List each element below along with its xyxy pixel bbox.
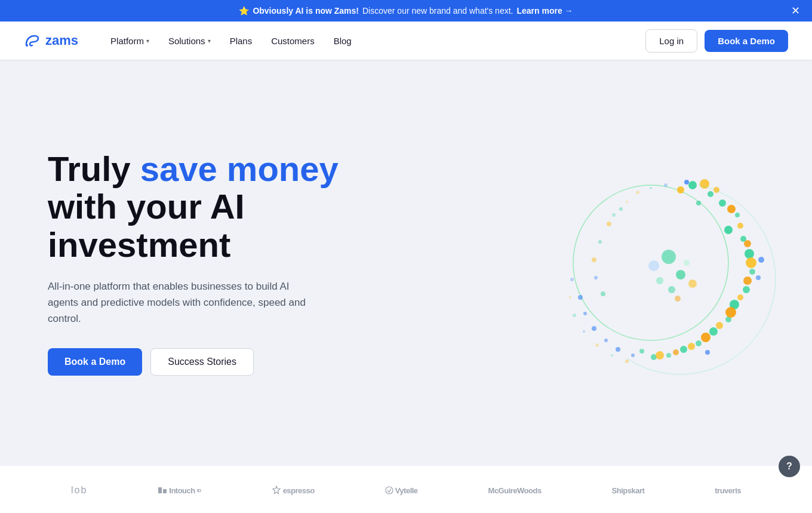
svg-point-59 — [636, 191, 639, 194]
nav-links: Platform ▾ Solutions ▾ Plans Customers B… — [102, 31, 645, 51]
svg-point-33 — [673, 349, 679, 355]
svg-point-2 — [688, 181, 697, 189]
logo-mcguirewoods: McGuireWoods — [488, 486, 542, 495]
svg-point-14 — [709, 327, 718, 336]
svg-point-10 — [749, 269, 755, 275]
nav-plans[interactable]: Plans — [222, 31, 261, 51]
logo[interactable]: zams — [24, 32, 78, 49]
svg-point-53 — [619, 207, 623, 211]
svg-rect-72 — [163, 489, 167, 493]
svg-point-40 — [616, 347, 620, 352]
svg-point-20 — [677, 186, 684, 193]
banner-star: ⭐ — [239, 6, 249, 16]
svg-point-68 — [573, 314, 576, 317]
svg-point-41 — [604, 339, 608, 342]
svg-point-47 — [656, 277, 663, 284]
banner-desc: Discover our new brand and what's next. — [362, 6, 513, 16]
svg-point-56 — [592, 257, 596, 262]
svg-point-19 — [639, 349, 644, 354]
svg-point-43 — [583, 312, 587, 315]
svg-point-26 — [746, 257, 756, 268]
svg-point-4 — [696, 201, 701, 205]
svg-point-34 — [656, 351, 664, 360]
svg-point-39 — [631, 354, 635, 357]
svg-point-5 — [719, 199, 726, 207]
logo-vytelle: Vytelle — [385, 486, 418, 495]
svg-point-44 — [578, 295, 583, 300]
main-nav: zams Platform ▾ Solutions ▾ Plans Custom… — [0, 21, 812, 60]
hero-visualization — [525, 137, 776, 388]
svg-point-69 — [569, 296, 571, 299]
nav-solutions[interactable]: Solutions ▾ — [160, 31, 219, 51]
svg-point-17 — [666, 353, 671, 358]
svg-point-57 — [594, 276, 598, 279]
svg-point-38 — [705, 350, 710, 355]
vytelle-icon — [385, 486, 393, 494]
svg-point-0 — [26, 44, 28, 47]
nav-actions: Log in Book a Demo — [645, 29, 788, 53]
svg-point-67 — [583, 330, 585, 333]
svg-point-63 — [612, 213, 616, 217]
svg-point-60 — [650, 187, 652, 189]
svg-point-32 — [688, 343, 695, 350]
svg-point-3 — [708, 191, 713, 197]
svg-point-66 — [595, 343, 599, 347]
chevron-down-icon: ▾ — [146, 38, 149, 44]
logo-icon — [24, 32, 41, 49]
svg-point-24 — [737, 223, 743, 229]
help-button[interactable]: ? — [779, 456, 800, 477]
svg-point-23 — [727, 205, 736, 213]
espresso-icon — [272, 486, 281, 495]
intouch-icon — [158, 486, 167, 495]
svg-point-28 — [737, 294, 743, 300]
book-demo-nav-button[interactable]: Book a Demo — [705, 30, 788, 52]
nav-customers[interactable]: Customers — [263, 31, 323, 51]
nav-platform[interactable]: Platform ▾ — [102, 31, 158, 51]
chevron-down-icon: ▾ — [208, 38, 211, 44]
hero-success-stories-button[interactable]: Success Stories — [150, 348, 254, 376]
svg-point-52 — [675, 296, 681, 302]
svg-point-9 — [745, 249, 754, 259]
svg-point-55 — [598, 240, 602, 244]
hero-book-demo-button[interactable]: Book a Demo — [48, 348, 142, 376]
svg-point-15 — [696, 340, 702, 346]
logo-espresso: espresso — [272, 486, 315, 495]
svg-point-61 — [664, 183, 668, 187]
logo-text: zams — [45, 33, 78, 48]
svg-point-11 — [743, 286, 750, 293]
hero-buttons: Book a Demo Success Stories — [48, 348, 394, 376]
svg-point-36 — [758, 257, 764, 263]
svg-point-31 — [701, 333, 710, 342]
nav-blog[interactable]: Blog — [325, 31, 360, 51]
announcement-banner: ⭐ Obviously AI is now Zams! Discover our… — [0, 0, 812, 21]
svg-point-29 — [725, 307, 736, 318]
banner-close-button[interactable]: ✕ — [791, 5, 800, 16]
dots-svg — [525, 137, 776, 388]
svg-point-48 — [684, 260, 690, 266]
svg-point-45 — [662, 250, 676, 264]
svg-point-7 — [724, 226, 733, 234]
svg-point-64 — [625, 360, 629, 363]
svg-point-16 — [680, 346, 687, 353]
svg-point-50 — [648, 260, 659, 271]
svg-point-49 — [668, 286, 675, 293]
logos-strip: lob IntouchID espresso Vytelle McGuireWo… — [0, 466, 812, 513]
svg-point-25 — [744, 240, 751, 247]
svg-point-58 — [601, 291, 605, 296]
svg-point-51 — [688, 279, 697, 288]
hero-description: All-in-one platform that enables busines… — [48, 278, 322, 327]
login-button[interactable]: Log in — [645, 29, 697, 53]
banner-bold: Obviously AI is now Zams! — [253, 6, 359, 16]
hero-content: Truly save money with your AI investment… — [48, 150, 394, 376]
svg-point-35 — [684, 180, 689, 185]
svg-point-6 — [735, 213, 740, 217]
svg-point-27 — [743, 277, 752, 285]
logo-intouch: IntouchID — [158, 486, 201, 495]
svg-point-65 — [611, 354, 613, 357]
svg-point-70 — [570, 278, 574, 281]
svg-point-73 — [386, 487, 393, 494]
svg-point-46 — [676, 270, 685, 279]
logo-truveris: truveris — [715, 486, 741, 495]
hero-title: Truly save money with your AI investment — [48, 150, 394, 264]
banner-link[interactable]: Learn more → — [516, 6, 573, 16]
